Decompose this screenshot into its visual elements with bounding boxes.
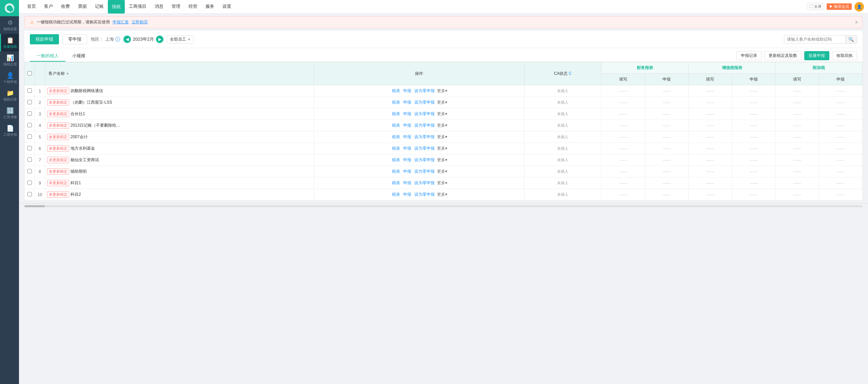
row-checkbox[interactable]: [27, 100, 32, 104]
op-tax-form[interactable]: 税表: [392, 157, 400, 162]
op-file[interactable]: 申报: [403, 180, 411, 185]
op-file[interactable]: 申报: [403, 192, 411, 197]
op-more[interactable]: 更多▾: [437, 157, 447, 162]
sidebar-item-tax-settings[interactable]: ⚙ 报税设置: [0, 16, 19, 34]
nav-management[interactable]: 管理: [167, 0, 184, 14]
sidebar-item-calc-clear[interactable]: 🔢 汇算清缴: [0, 104, 19, 122]
op-more[interactable]: 更多▾: [437, 192, 447, 197]
upgrade-btn[interactable]: ▶ 畅享会员: [827, 3, 852, 10]
op-zero-file[interactable]: 设为零申报: [414, 100, 435, 105]
nav-operations[interactable]: 经营: [184, 0, 201, 14]
sidebar-item-annual-report[interactable]: 📄 工商年报: [0, 122, 19, 140]
sidebar-item-tax-records[interactable]: 📁 报税记录: [0, 87, 19, 104]
user-avatar[interactable]: 👤: [854, 2, 864, 12]
op-file[interactable]: 申报: [403, 169, 411, 174]
sidebar-item-personal-tax[interactable]: 👤 个税申报: [0, 69, 19, 87]
nav-service[interactable]: 服务: [201, 0, 218, 14]
batch-filing-btn[interactable]: 批量申报: [804, 51, 829, 60]
op-more[interactable]: 更多▾: [437, 169, 447, 174]
fullscreen-btn[interactable]: ⛶ 全屏: [807, 3, 824, 10]
nav-accounting[interactable]: 记账: [91, 0, 108, 14]
row-checkbox[interactable]: [27, 146, 32, 150]
op-zero-file[interactable]: 设为零申报: [414, 180, 435, 185]
staff-dropdown[interactable]: 全部员工 ▼: [167, 35, 194, 44]
app-logo[interactable]: [0, 0, 19, 16]
row-checkbox[interactable]: [27, 111, 32, 116]
op-file[interactable]: 申报: [403, 123, 411, 128]
row-checkbox[interactable]: [27, 192, 32, 196]
sub-tab-general[interactable]: 一般的税人: [30, 51, 65, 62]
op-file[interactable]: 申报: [403, 157, 411, 162]
ca-status-info-icon[interactable]: C: [569, 71, 572, 76]
op-more[interactable]: 更多▾: [437, 88, 447, 93]
row-checkbox[interactable]: [27, 157, 32, 162]
tax-filing-tab[interactable]: 税款申报: [30, 34, 59, 44]
nav-tax[interactable]: 报税: [108, 0, 125, 14]
row-name: 未更新税定地方水利基金: [45, 143, 314, 154]
op-tax-form[interactable]: 税表: [392, 169, 400, 174]
op-tax-form[interactable]: 税表: [392, 100, 400, 105]
nav-invoice[interactable]: 票据: [74, 0, 91, 14]
row-financial-submit: ——: [645, 131, 688, 143]
nav-home[interactable]: 首页: [23, 0, 40, 14]
op-zero-file[interactable]: 设为零申报: [414, 157, 435, 162]
scrollbar-thumb[interactable]: [24, 205, 45, 207]
op-file[interactable]: 申报: [403, 111, 411, 116]
op-more[interactable]: 更多▾: [437, 123, 447, 128]
row-checkbox[interactable]: [27, 169, 32, 173]
op-more[interactable]: 更多▾: [437, 100, 447, 105]
op-zero-file[interactable]: 设为零申报: [414, 134, 435, 139]
op-more[interactable]: 更多▾: [437, 180, 447, 185]
search-button[interactable]: 🔍: [845, 36, 857, 43]
table-body: 1 未更新税定勿翻新税网络通信 税表 申报 设为零申报 更多▾ 未插入 —— —…: [25, 85, 863, 200]
op-tax-form[interactable]: 税表: [392, 180, 400, 185]
row-checkbox[interactable]: [27, 123, 32, 127]
search-input[interactable]: [784, 36, 845, 43]
sub-tab-small[interactable]: 小规模: [65, 51, 92, 62]
op-tax-form[interactable]: 税表: [392, 123, 400, 128]
op-tax-form[interactable]: 税表: [392, 192, 400, 197]
scrollbar-track[interactable]: [24, 205, 863, 207]
nav-customer[interactable]: 客户: [40, 0, 57, 14]
op-file[interactable]: 申报: [403, 100, 411, 105]
row-checkbox[interactable]: [27, 88, 32, 93]
row-name: 未更新税定科目2: [45, 189, 314, 200]
retrieve-btn[interactable]: 收取回执: [832, 51, 857, 60]
op-zero-file[interactable]: 设为零申报: [414, 169, 435, 174]
op-zero-file[interactable]: 设为零申报: [414, 123, 435, 128]
sidebar-item-batch-tax[interactable]: 📋 批量报税: [0, 34, 19, 51]
op-tax-form[interactable]: 税表: [392, 146, 400, 151]
op-zero-file[interactable]: 设为零申报: [414, 111, 435, 116]
name-col-sort-icon[interactable]: ▼: [66, 72, 69, 76]
op-tax-form[interactable]: 税表: [392, 88, 400, 93]
op-more[interactable]: 更多▾: [437, 111, 447, 116]
nav-settings[interactable]: 设置: [218, 0, 235, 14]
alert-close-btn[interactable]: ✕: [855, 20, 858, 25]
period-prev-btn[interactable]: ◀: [123, 36, 131, 43]
op-more[interactable]: 更多▾: [437, 134, 447, 139]
op-tax-form[interactable]: 税表: [392, 134, 400, 139]
zero-filing-tab[interactable]: 零申报: [62, 34, 87, 44]
nav-commerce[interactable]: 工商项目: [125, 0, 151, 14]
row-checkbox[interactable]: [27, 134, 32, 139]
op-tax-form[interactable]: 税表: [392, 111, 400, 116]
op-file[interactable]: 申报: [403, 88, 411, 93]
op-zero-file[interactable]: 设为零申报: [414, 88, 435, 93]
nav-billing[interactable]: 收费: [57, 0, 74, 14]
update-rules-btn[interactable]: 更新税定及取数: [764, 51, 802, 60]
op-zero-file[interactable]: 设为零申报: [414, 192, 435, 197]
op-file[interactable]: 申报: [403, 134, 411, 139]
nav-message[interactable]: 消息: [151, 0, 167, 14]
op-more[interactable]: 更多▾: [437, 146, 447, 151]
sidebar-item-tax-overview[interactable]: 📊 报税总览: [0, 51, 19, 69]
period-next-btn[interactable]: ▶: [156, 36, 163, 43]
select-all-checkbox[interactable]: [27, 71, 32, 76]
op-zero-file[interactable]: 设为零申报: [414, 146, 435, 151]
alert-link1[interactable]: 申报汇签: [113, 19, 129, 25]
region-info-icon[interactable]: i: [115, 37, 120, 42]
row-checkbox[interactable]: [27, 180, 32, 185]
horizontal-scrollbar[interactable]: [19, 203, 868, 209]
filing-records-btn[interactable]: 申报记录: [736, 51, 762, 60]
alert-link2[interactable]: 立即购买: [132, 19, 148, 25]
op-file[interactable]: 申报: [403, 146, 411, 151]
